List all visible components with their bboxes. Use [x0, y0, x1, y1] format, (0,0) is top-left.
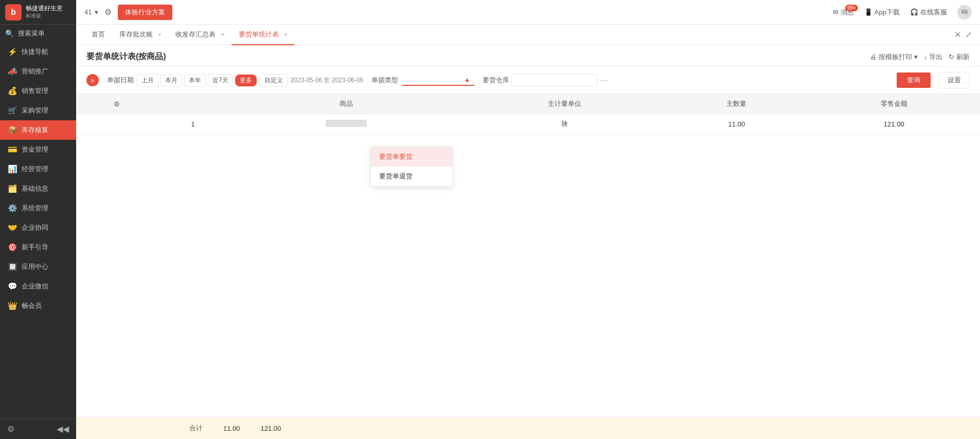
footer-label: 合计	[189, 424, 203, 433]
sidebar-item-marketing[interactable]: 📣 营销推广	[0, 62, 76, 81]
sidebar-item-operation[interactable]: 📊 经营管理	[0, 159, 76, 179]
system-icon: ⚙️	[7, 204, 17, 213]
col-settings[interactable]: ⚙	[76, 94, 157, 114]
avatar: Rit	[957, 5, 972, 20]
tab-recv-summary[interactable]: 收发存汇总表 ×	[168, 25, 231, 45]
online-service-label: 在线客服	[920, 8, 947, 17]
sidebar-item-base[interactable]: 🗂️ 基础信息	[0, 179, 76, 198]
sidebar-item-label: 新手引导	[22, 243, 48, 252]
sidebar-item-appstore[interactable]: 🔲 应用中心	[0, 257, 76, 277]
custom-date-btn[interactable]: 自定义	[260, 74, 288, 87]
sidebar-item-purchase[interactable]: 🛒 采购管理	[0, 101, 76, 120]
collapse-sidebar-icon[interactable]: ◀◀	[57, 424, 69, 434]
search-menu[interactable]: 🔍 搜索菜单	[0, 25, 76, 42]
export-btn[interactable]: ↓ 导出	[924, 52, 943, 62]
topbar-left: 41 ▾ ⚙ 体验行业方案	[84, 5, 172, 20]
sidebar-item-guide[interactable]: 🎯 新手引导	[0, 237, 76, 257]
table-header-row: ⚙ 商品 主计量单位 主数量 零售金额	[76, 94, 980, 114]
date-range-text: 2023-05-06 至 2023-06-06	[291, 76, 363, 85]
export-icon: ↓	[924, 53, 928, 61]
cooperation-icon: 🤝	[7, 223, 17, 232]
sidebar-item-inventory[interactable]: 📦 库存核算	[0, 120, 76, 140]
app-version: 标准版	[26, 12, 63, 20]
guide-icon: 🎯	[7, 243, 17, 252]
sidebar-item-label: 资金管理	[22, 145, 48, 154]
tab-inventory-batch-close[interactable]: ×	[158, 31, 161, 38]
data-table: ⚙ 商品 主计量单位 主数量 零售金额 1	[76, 94, 980, 134]
app-download-btn[interactable]: 📱 App下载	[864, 8, 900, 17]
dropdown-arrow-icon: ▾	[95, 8, 98, 16]
tab-recv-summary-close[interactable]: ×	[221, 31, 224, 38]
purchase-icon: 🛒	[7, 106, 17, 115]
warehouse-label: 要货仓库	[483, 76, 509, 85]
footer-retail-amount: 121.00	[261, 425, 281, 432]
refresh-btn[interactable]: ↻ 刷新	[949, 52, 970, 62]
marketing-icon: 📣	[7, 67, 17, 76]
app-logo: b 畅捷通好生意 标准版	[0, 0, 76, 25]
sidebar-item-label: 快捷导航	[22, 47, 48, 57]
date-filter-label: 单据日期	[107, 76, 134, 85]
sidebar-item-sales[interactable]: 💰 销售管理	[0, 81, 76, 101]
print-template-btn[interactable]: 🖨 按模板打印 ▾	[870, 52, 918, 62]
filter-expand-btn[interactable]: »	[86, 74, 99, 86]
dropdown-item-requisition-return[interactable]: 要货单退货	[371, 167, 452, 186]
tabs-close-all-icon[interactable]: ✕	[954, 30, 961, 40]
sidebar-item-quick-nav[interactable]: ⚡ 快捷导航	[0, 42, 76, 62]
sidebar-nav: ⚡ 快捷导航 📣 营销推广 💰 销售管理 🛒 采购管理 📦 库存核算 💳 资金管…	[0, 42, 76, 418]
finance-icon: 💳	[7, 145, 17, 154]
sidebar-item-label: 畅会员	[22, 301, 42, 310]
settings-btn[interactable]: 设置	[939, 72, 970, 88]
this-month-btn[interactable]: 本月	[161, 74, 182, 87]
app-download-label: App下载	[875, 8, 900, 17]
trial-btn[interactable]: 体验行业方案	[118, 5, 172, 20]
more-dates-btn[interactable]: 更多	[235, 75, 257, 86]
sidebar-item-label: 基础信息	[22, 184, 48, 193]
store-selector[interactable]: 41 ▾	[84, 8, 98, 16]
logo-icon: b	[5, 4, 22, 21]
export-label: 导出	[929, 52, 942, 62]
topbar-gear-icon[interactable]: ⚙	[104, 7, 112, 17]
tab-home[interactable]: 首页	[84, 25, 112, 45]
wechat-icon: 💬	[7, 282, 17, 291]
order-type-select[interactable]: ▲	[402, 75, 474, 86]
tab-order-summary[interactable]: 要货单统计表 ×	[231, 25, 294, 45]
inventory-icon: 📦	[7, 125, 17, 135]
page-content: 要货单统计表(按商品) 🖨 按模板打印 ▾ ↓ 导出 ↻ 刷新	[76, 45, 980, 439]
table-row: 1 块 11.00 121.00	[76, 114, 980, 134]
print-template-label: 按模板打印	[879, 52, 912, 62]
tab-inventory-batch[interactable]: 库存批次账 ×	[112, 25, 168, 45]
last-month-btn[interactable]: 上月	[137, 74, 158, 87]
messages-btn[interactable]: ✉ 消息 99+	[833, 8, 854, 17]
tabs-expand-icon[interactable]: ⤢	[965, 30, 972, 40]
table-container: ⚙ 商品 主计量单位 主数量 零售金额 1	[76, 94, 980, 417]
topbar: 41 ▾ ⚙ 体验行业方案 ✉ 消息 99+ 📱 App下载 🎧 在线客服	[76, 0, 980, 25]
tab-order-summary-close[interactable]: ×	[284, 31, 287, 38]
row-goods-cell	[228, 114, 464, 134]
sidebar-item-label: 销售管理	[22, 86, 48, 96]
order-type-dropdown: 要货单要货 要货单退货	[370, 147, 453, 187]
warehouse-input[interactable]	[511, 74, 598, 86]
user-avatar-btn[interactable]: Rit	[957, 5, 972, 20]
query-btn[interactable]: 查询	[897, 72, 931, 88]
settings-icon[interactable]: ⚙	[7, 424, 14, 434]
footer-main-qty: 11.00	[223, 425, 240, 432]
online-service-btn[interactable]: 🎧 在线客服	[910, 8, 947, 17]
operation-icon: 📊	[7, 164, 17, 174]
this-year-btn[interactable]: 本年	[184, 74, 206, 87]
sidebar-bottom: ⚙ ◀◀	[0, 418, 76, 439]
filter-more-icon[interactable]: ···	[600, 75, 608, 86]
sales-icon: 💰	[7, 86, 17, 96]
warehouse-filter-group: 要货仓库 ···	[483, 74, 608, 86]
dropdown-item-requisition-order[interactable]: 要货单要货	[371, 147, 452, 167]
order-type-label: 单据类型	[371, 76, 398, 85]
row-retail-amount-cell: 121.00	[808, 114, 980, 134]
table-settings-icon[interactable]: ⚙	[114, 100, 120, 108]
sidebar-item-cooperation[interactable]: 🤝 企业协同	[0, 218, 76, 237]
last-7-days-btn[interactable]: 近7天	[208, 74, 233, 87]
page-header-actions: 🖨 按模板打印 ▾ ↓ 导出 ↻ 刷新	[870, 52, 970, 62]
sidebar-item-finance[interactable]: 💳 资金管理	[0, 140, 76, 159]
sidebar-item-member[interactable]: 👑 畅会员	[0, 296, 76, 316]
sidebar-item-wechat[interactable]: 💬 企业微信	[0, 277, 76, 296]
sidebar-item-system[interactable]: ⚙️ 系统管理	[0, 198, 76, 218]
sidebar-item-label: 营销推广	[22, 67, 48, 76]
